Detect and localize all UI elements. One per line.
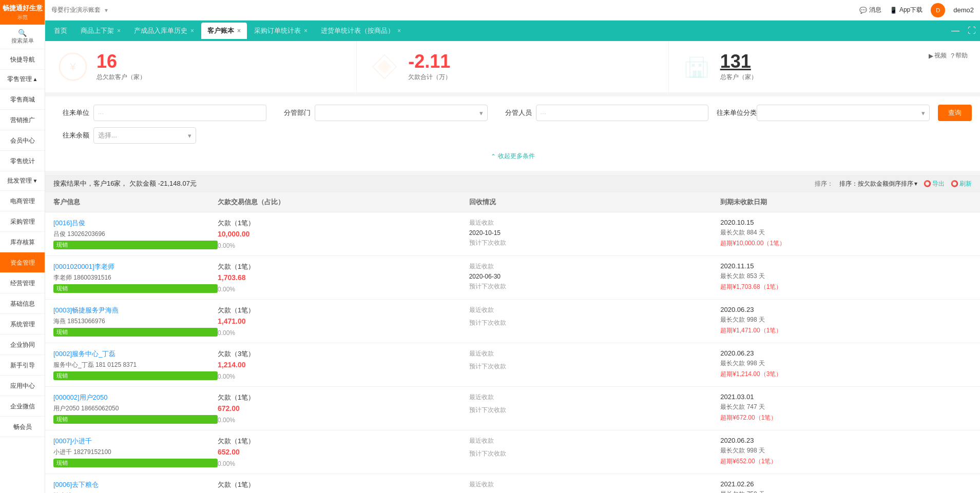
total-customers-number: 131 xyxy=(720,52,921,71)
sidebar-item-quick-nav[interactable]: 快捷导航 xyxy=(0,49,45,70)
sidebar-logo[interactable]: 畅捷通好生意 示范 xyxy=(0,0,45,25)
customer-name-link[interactable]: [0016]吕俊 xyxy=(53,219,218,228)
sidebar-item-vip-member[interactable]: 畅会员 xyxy=(0,417,45,437)
overdue-days: 最长欠款 998 天 xyxy=(720,359,972,368)
recovery-label: 最近收款 xyxy=(469,393,721,402)
recovery-label: 最近收款 xyxy=(469,480,721,489)
tab-close-icon[interactable]: × xyxy=(237,27,241,34)
unit-category-label: 往来单位分类 xyxy=(717,108,753,117)
filter-row-2: 往来余额 选择... ▾ xyxy=(53,127,972,144)
app-download-button[interactable]: 📱 App下载 xyxy=(890,6,923,14)
department-label: 分管部门 xyxy=(275,108,311,117)
overdue-date: 2020.10.15 xyxy=(720,219,972,226)
tab-customer-account[interactable]: 客户账本 × xyxy=(201,23,247,39)
tab-close-icon[interactable]: × xyxy=(397,27,401,34)
overdue-amount-link[interactable]: 超期¥1,703.68（1笔） xyxy=(720,283,972,291)
manager-filter: 分管人员 ··· xyxy=(496,105,709,121)
customer-name-link[interactable]: [0003]畅捷服务尹海燕 xyxy=(53,306,218,315)
search-button[interactable]: 查询 xyxy=(938,105,972,121)
svg-rect-9 xyxy=(698,64,701,67)
customer-name-link[interactable]: [000002]用户2050 xyxy=(53,393,218,402)
stat-card-total-customers: 131 总客户（家） ▶ 视频 ? 帮助 xyxy=(669,41,980,92)
tab-close-icon[interactable]: × xyxy=(117,27,121,34)
sidebar-item-newbie[interactable]: 新手引导 xyxy=(0,355,45,376)
sidebar-item-ecommerce[interactable]: 电商管理 xyxy=(0,191,45,211)
sidebar-item-members[interactable]: 会员中心 xyxy=(0,130,45,151)
dropdown-arrow-icon[interactable]: ▾ xyxy=(105,7,108,14)
unit-category-select[interactable]: ▾ xyxy=(757,105,930,121)
customer-info-cell: [0003]畅捷服务尹海燕 海燕 18513066976 现销 xyxy=(53,306,218,337)
overdue-amount-link[interactable]: 超期¥1,471.00（1笔） xyxy=(720,326,972,335)
stat-card-debt-amount: -2.11 欠款合计（万） xyxy=(357,41,668,92)
refresh-button[interactable]: ⭕ 刷新 xyxy=(951,180,972,188)
source-unit-input[interactable]: ··· xyxy=(93,105,266,121)
recovery-next: 预计下次收款 xyxy=(469,406,721,415)
debt-amount: 10,000.00 xyxy=(218,230,469,238)
export-label: 导出 xyxy=(932,180,945,188)
stats-bar: ¥ 16 总欠款客户（家） xyxy=(45,41,980,92)
sort-button[interactable]: 排序：按欠款金额倒序排序 ▾ xyxy=(839,180,917,188)
customer-name-link[interactable]: [0001020001]李老师 xyxy=(53,262,218,271)
sidebar-item-basic-info[interactable]: 基础信息 xyxy=(0,293,45,314)
debt-count: 欠款（1笔） xyxy=(218,393,469,402)
sidebar-item-wholesale-mgmt[interactable]: 批发管理 ▼ xyxy=(0,171,45,191)
sidebar-item-retail-mgmt[interactable]: 零售管理 ▲ xyxy=(0,70,45,89)
tab-product-shelf[interactable]: 商品上下架 × xyxy=(74,23,127,39)
app-download-label: App下载 xyxy=(899,6,923,14)
tab-home[interactable]: 首页 xyxy=(48,23,73,39)
recovery-label: 最近收款 xyxy=(469,219,721,227)
overdue-date: 2021.02.26 xyxy=(720,480,972,488)
overdue-amount-link[interactable]: 超期¥1,214.00（3笔） xyxy=(720,370,972,379)
sidebar-item-system-mgmt[interactable]: 系统管理 xyxy=(0,314,45,334)
sidebar-item-app-center[interactable]: 应用中心 xyxy=(0,376,45,396)
tab-product-history[interactable]: 产成品入库单历史 × xyxy=(128,23,200,39)
export-button[interactable]: ⭕ 导出 xyxy=(924,180,945,188)
customer-name-link[interactable]: [0002]服务中心_丁磊 xyxy=(53,349,218,359)
debt-info-cell: 欠款（1笔） 1,703.68 0.00% xyxy=(218,262,469,293)
source-unit-value: ··· xyxy=(98,109,104,117)
sidebar-item-search-menu[interactable]: 🔍 搜索菜单 xyxy=(0,25,45,49)
tab-inventory-stats[interactable]: 进货单统计表（按商品） × xyxy=(315,23,407,39)
tab-purchase-order[interactable]: 采购订单统计表 × xyxy=(248,23,314,39)
tenant-name: 母婴行业演示账套 xyxy=(51,6,101,14)
recovery-info-cell: 最近收款 预计下次收款 xyxy=(469,349,721,380)
tab-close-icon[interactable]: × xyxy=(190,27,194,34)
recovery-next: 预计下次收款 xyxy=(469,319,721,327)
sidebar-item-enterprise-collab[interactable]: 企业协同 xyxy=(0,334,45,355)
message-button[interactable]: 💬 消息 xyxy=(859,6,881,14)
department-select[interactable]: ▾ xyxy=(315,105,488,121)
table-row: [0003]畅捷服务尹海燕 海燕 18513066976 现销 欠款（1笔） 1… xyxy=(45,300,980,343)
collapse-filters-button[interactable]: ⌃ 收起更多条件 xyxy=(53,150,972,163)
balance-select[interactable]: 选择... ▾ xyxy=(93,127,196,144)
overdue-amount-link[interactable]: 超期¥10,000.00（1笔） xyxy=(720,239,972,248)
user-avatar[interactable]: D xyxy=(931,3,945,17)
sidebar-item-enterprise-wechat[interactable]: 企业微信 xyxy=(0,396,45,417)
customer-phone: 李老师 18600391516 xyxy=(53,273,218,282)
recovery-date: 2020-10-15 xyxy=(469,229,721,236)
svg-marker-3 xyxy=(377,60,392,74)
customer-tag: 现销 xyxy=(53,284,218,293)
username[interactable]: demo2 xyxy=(953,6,974,14)
sidebar-item-marketing[interactable]: 营销推广 xyxy=(0,110,45,130)
sidebar-item-retail-mall[interactable]: 零售商城 xyxy=(0,89,45,110)
overdue-amount-link[interactable]: 超期¥672.00（1笔） xyxy=(720,413,972,422)
tab-minimize-button[interactable]: — xyxy=(949,24,962,37)
video-button[interactable]: ▶ 视频 xyxy=(929,51,947,60)
overdue-amount-link[interactable]: 超期¥652.00（1笔） xyxy=(720,457,972,466)
tab-maximize-button[interactable]: ⛶ xyxy=(966,24,978,37)
sidebar-item-operations[interactable]: 经营管理 xyxy=(0,273,45,293)
overdue-info-cell: 2020.06.23 最长欠款 998 天 超期¥1,214.00（3笔） xyxy=(720,349,972,380)
help-button[interactable]: ? 帮助 xyxy=(951,51,968,60)
sidebar-item-purchase-mgmt[interactable]: 采购管理 xyxy=(0,211,45,232)
sidebar-item-inventory[interactable]: 库存核算 xyxy=(0,232,45,252)
tab-label: 产成品入库单历史 xyxy=(134,26,187,35)
sidebar-item-retail-stats[interactable]: 零售统计 xyxy=(0,151,45,171)
customer-name-link[interactable]: [0006]去下粮仓 xyxy=(53,480,218,489)
manager-input[interactable]: ··· xyxy=(536,105,709,121)
sidebar-item-finance[interactable]: 资金管理 xyxy=(0,252,45,273)
tab-close-icon[interactable]: × xyxy=(304,27,308,34)
tab-label: 采购订单统计表 xyxy=(254,26,301,35)
customer-tag: 现销 xyxy=(53,241,218,249)
customer-name-link[interactable]: [0007]小进千 xyxy=(53,437,218,446)
balance-filter: 往来余额 选择... ▾ xyxy=(53,127,972,144)
